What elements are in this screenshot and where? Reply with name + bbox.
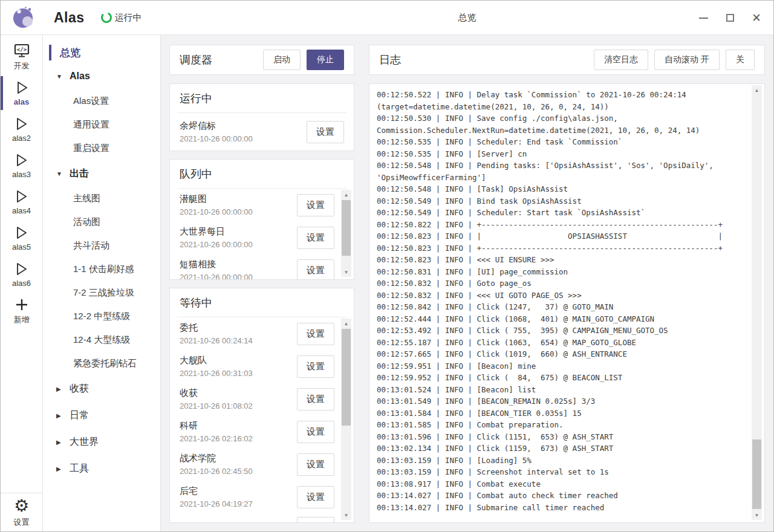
scrollbar[interactable]: ▲ ▼ (752, 85, 762, 520)
task-settings-button[interactable]: 设置 (297, 323, 334, 345)
autoscroll-on-button[interactable]: 自动滚动 开 (654, 50, 720, 70)
app-logo-icon (11, 5, 36, 30)
scrollbar[interactable]: ▲ ▼ (341, 319, 351, 520)
play-icon (13, 225, 29, 241)
sidebar-item-instance[interactable]: alas3 (12, 148, 31, 184)
task-info: 大世界每日 2021-10-26 00:00:00 (180, 225, 297, 250)
scrollbar-thumb[interactable] (752, 440, 761, 509)
nav-item[interactable]: Alas设置 (43, 89, 160, 113)
task-info: 大舰队 2021-10-26 00:31:03 (180, 354, 297, 379)
task-settings-button[interactable]: 设置 (297, 453, 334, 476)
task-info: 余烬信标 2021-10-26 00:00:00 (180, 119, 307, 144)
scroll-up-icon[interactable]: ▲ (341, 319, 351, 328)
task-time: 2021-10-26 02:45:50 (180, 466, 297, 477)
nav-item-overview[interactable]: 总览 (43, 42, 160, 63)
nav-collapsed-groups: ▶ 收获 ▶ 日常 ▶ 大世界 ▶ 工具 (43, 375, 160, 482)
play-icon (13, 116, 29, 132)
log-line: 00:12:50.832 | INFO | <<< UI GOTO PAGE_O… (377, 290, 746, 302)
scroll-up-icon[interactable]: ▲ (341, 190, 351, 199)
task-settings-button[interactable]: 设置 (307, 121, 344, 143)
nav-item[interactable]: 12-2 中型练级 (43, 305, 160, 328)
log-line: 00:12:59.951 | INFO | [Beacon] mine (377, 360, 746, 372)
sidebar-item-label: alas6 (12, 279, 31, 288)
scroll-down-icon[interactable]: ▼ (341, 510, 351, 520)
nav-item[interactable]: 通用设置 (43, 113, 160, 137)
task-settings-button[interactable]: 设置 (297, 421, 334, 443)
chevron-right-icon: ▶ (56, 412, 63, 419)
sidebar-item-add[interactable]: 新增 (1, 293, 42, 329)
nav-menu: 总览 ▼ Alas Alas设置 通用设置 重启设置 ▼ 出击 (43, 35, 161, 531)
close-button[interactable]: ✕ (743, 1, 770, 35)
sidebar-item-instance[interactable]: alas5 (12, 220, 31, 256)
task-time: 2021-10-26 04:19:27 (180, 499, 297, 510)
clear-log-button[interactable]: 清空日志 (594, 50, 648, 70)
scroll-down-icon[interactable]: ▼ (341, 267, 351, 277)
minimize-button[interactable] (690, 1, 717, 35)
scheduler-title: 调度器 (180, 53, 257, 67)
play-icon (13, 152, 29, 168)
scroll-down-icon[interactable]: ▼ (752, 510, 762, 520)
task-settings-button[interactable]: 设置 (297, 486, 334, 508)
waiting-rows: 委托 2021-10-26 00:24:14 设置 大舰队 2021-10-26… (170, 317, 354, 522)
task-settings-button[interactable]: 设置 (297, 355, 334, 378)
sidebar-item-instance[interactable]: alas4 (12, 184, 31, 220)
task-row: 战术学院 2021-10-26 02:45:50 设置 (170, 448, 354, 481)
nav-group-label: 出击 (70, 167, 89, 180)
nav-group-collapsed[interactable]: ▶ 大世界 (43, 429, 160, 455)
task-row: 商店购买 设置 (170, 513, 354, 522)
task-settings-button[interactable]: 设置 (297, 388, 334, 410)
nav-group-collapsed[interactable]: ▶ 工具 (43, 455, 160, 482)
log-header: 日志 清空日志 自动滚动 开 关 (369, 45, 765, 75)
task-name: 商店购买 (180, 521, 297, 523)
task-row: 短猫相接 2021-10-26 00:00:00 设置 (170, 254, 354, 279)
task-settings-button[interactable]: 设置 (297, 227, 334, 249)
nav-item[interactable]: 主线图 (43, 187, 160, 210)
task-name: 后宅 (180, 484, 297, 497)
stop-button[interactable]: 停止 (307, 50, 344, 70)
nav-item[interactable]: 活动图 (43, 210, 160, 234)
log-line: 00:13:01.549 | INFO | [BEACON_REMAIN 0.0… (377, 395, 746, 407)
waiting-list: 委托 2021-10-26 00:24:14 设置 大舰队 2021-10-26… (170, 317, 354, 522)
task-name: 余烬信标 (180, 119, 307, 132)
task-row: 大世界每日 2021-10-26 00:00:00 设置 (170, 221, 354, 254)
task-settings-button[interactable]: 设置 (297, 194, 334, 216)
pending-rows: 潜艇图 2021-10-26 00:00:00 设置 大世界每日 2021-10… (170, 189, 354, 279)
log-lines: 00:12:50.522 | INFO | Delay task `Commis… (377, 89, 746, 513)
nav-item[interactable]: 12-4 大型练级 (43, 328, 160, 352)
title-bar: Alas 运行中 总览 ✕ (1, 1, 773, 35)
task-settings-button[interactable]: 设置 (297, 259, 334, 280)
nav-group-collapsed[interactable]: ▶ 日常 (43, 402, 160, 429)
nav-group-alas[interactable]: ▼ Alas (43, 63, 160, 89)
nav-item[interactable]: 重启设置 (43, 137, 160, 160)
nav-item[interactable]: 共斗活动 (43, 234, 160, 258)
log-line: 00:12:50.842 | INFO | Click (1247, 37) @… (377, 301, 746, 313)
sidebar-item-dev[interactable]: </> 开发 (1, 39, 42, 75)
sidebar-item-instance[interactable]: alas2 (12, 111, 31, 148)
sidebar-item-instance[interactable]: alas6 (12, 256, 31, 293)
task-settings-button[interactable]: 设置 (297, 517, 334, 522)
sidebar-item-label: alas3 (12, 170, 31, 179)
scrollbar-thumb[interactable] (342, 329, 351, 426)
log-line: 00:13:03.159 | INFO | [Loading] 5% (377, 455, 746, 467)
nav-item[interactable]: 紧急委托刷钻石 (43, 352, 160, 375)
sidebar-item-alas[interactable]: alas (1, 75, 42, 111)
task-info: 商店购买 (180, 521, 297, 523)
maximize-button[interactable] (717, 1, 743, 35)
start-button[interactable]: 启动 (263, 50, 301, 70)
log-line: 00:12:50.823 | INFO | +-----------------… (377, 242, 746, 255)
task-name: 大舰队 (180, 354, 297, 366)
log-line: 00:12:50.822 | INFO | +-----------------… (377, 219, 746, 231)
nav-item[interactable]: 7-2 三战捡垃圾 (43, 281, 160, 305)
nav-item[interactable]: 1-1 伏击刷好感 (43, 258, 160, 281)
log-line: 00:13:01.596 | INFO | Click (1151, 653) … (377, 431, 746, 443)
nav-group-combat[interactable]: ▼ 出击 (43, 160, 160, 187)
scroll-up-icon[interactable]: ▲ (752, 85, 762, 95)
autoscroll-off-button[interactable]: 关 (726, 50, 755, 70)
sidebar-item-settings[interactable]: ⚙ 设置 (1, 493, 42, 531)
pending-list: 潜艇图 2021-10-26 00:00:00 设置 大世界每日 2021-10… (170, 189, 354, 279)
svg-text:</>: </> (16, 47, 27, 53)
task-row: 收获 2021-10-26 01:08:02 设置 (170, 383, 354, 415)
nav-group-collapsed[interactable]: ▶ 收获 (43, 375, 160, 402)
scrollbar[interactable]: ▲ ▼ (341, 190, 351, 277)
scrollbar-thumb[interactable] (342, 200, 351, 256)
